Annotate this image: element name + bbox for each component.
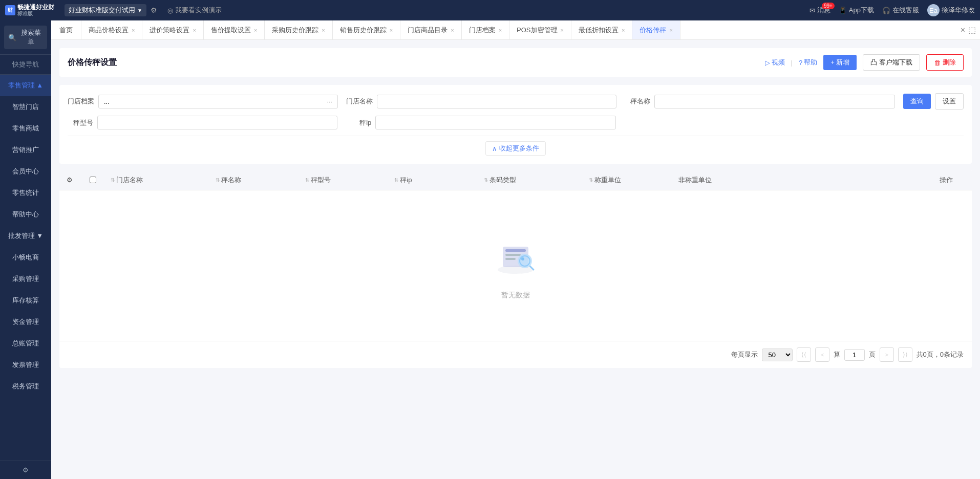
sidebar-item-member-center[interactable]: 会员中心: [0, 161, 51, 182]
search-icon: 🔍: [8, 34, 16, 41]
tab-sales-history[interactable]: 销售历史价跟踪 ×: [333, 20, 400, 40]
tab-product-pricing-close[interactable]: ×: [132, 27, 135, 33]
tab-pos-management-label: POS加密管理: [517, 26, 557, 35]
tab-price-scale[interactable]: 价格传秤 ×: [632, 20, 680, 40]
logo: 财 畅捷通好业财 标准版: [5, 4, 54, 17]
tab-close-btn[interactable]: ×: [961, 26, 965, 35]
scale-ip-input[interactable]: [375, 116, 615, 129]
gear-icon: ⚙: [23, 466, 29, 474]
tab-restore-btn[interactable]: ⬚: [968, 25, 976, 35]
tab-store-product-catalog-close[interactable]: ×: [451, 27, 454, 33]
tab-store-product-catalog[interactable]: 门店商品目录 ×: [400, 20, 461, 40]
tab-min-discount[interactable]: 最低折扣设置 ×: [571, 20, 632, 40]
setup-btn[interactable]: 设置: [935, 93, 964, 110]
message-btn[interactable]: ✉ 消息 99+: [809, 6, 830, 15]
scale-name-input[interactable]: [654, 95, 895, 108]
sort-icon-6[interactable]: ⇅: [589, 177, 593, 183]
tab-pos-management[interactable]: POS加密管理 ×: [509, 20, 571, 40]
sidebar-item-tax-management[interactable]: 税务管理: [0, 376, 51, 397]
page-content: 价格传秤设置 ▷ 视频 | ? 帮助 + 新增 凸 客户端下载: [51, 40, 980, 479]
query-btn[interactable]: 查询: [903, 94, 931, 109]
tab-sales-history-close[interactable]: ×: [390, 27, 393, 33]
store-archive-field: 门店档案 ... ···: [68, 95, 338, 108]
th-setting[interactable]: ⚙: [59, 176, 80, 184]
th-action: 操作: [921, 176, 972, 185]
sidebar-item-retail-management[interactable]: 零售管理 ▲: [0, 75, 51, 96]
next-page-btn[interactable]: ＞: [880, 347, 894, 362]
scale-name-field: 秤名称: [625, 95, 895, 108]
pagination-bar: 每页显示 50 10 20 100 ⟨⟨ ＜ 算 页 ＞ ⟩⟩ 共0页，0条记录: [59, 341, 972, 368]
tab-purchase-strategy-close[interactable]: ×: [193, 27, 196, 33]
tab-price-scale-close[interactable]: ×: [669, 27, 672, 33]
per-page-select[interactable]: 50 10 20 100: [762, 349, 793, 361]
table-area: ⚙ ⇅ 门店名称 ⇅ 秤名称 ⇅ 秤型号: [59, 170, 972, 368]
user-name: 徐泽华修改: [942, 6, 975, 15]
collapse-btn[interactable]: ∧ 收起更多条件: [485, 141, 546, 156]
top-bar-right: ✉ 消息 99+ 📱 App下载 🎧 在线客服 Ea 徐泽华修改: [809, 4, 975, 16]
search-form-row-2: 秤型号 秤ip: [68, 116, 964, 129]
sidebar-item-marketing[interactable]: 营销推广: [0, 139, 51, 161]
scale-model-field: 秤型号: [68, 116, 337, 129]
online-service-label: 在线客服: [892, 6, 919, 15]
first-page-btn[interactable]: ⟨⟨: [797, 347, 811, 362]
sort-icon-2[interactable]: ⇅: [216, 177, 220, 183]
tab-home[interactable]: 首页: [51, 20, 81, 40]
headset-icon: 🎧: [882, 7, 890, 14]
search-menu-btn[interactable]: 🔍 搜索菜单: [4, 26, 47, 49]
delete-btn[interactable]: 🗑 删除: [926, 54, 964, 71]
sidebar-item-inventory-settlement[interactable]: 库存核算: [0, 290, 51, 311]
sidebar-item-xiao-chang-ecom[interactable]: 小畅电商: [0, 247, 51, 268]
sidebar-item-purchase-management[interactable]: 采购管理: [0, 268, 51, 290]
tab-sale-extract[interactable]: 售价提取设置 ×: [204, 20, 265, 40]
sort-icon-5[interactable]: ⇅: [484, 177, 488, 183]
sidebar-item-label: 采购管理: [12, 274, 39, 284]
svg-point-8: [521, 257, 524, 260]
prev-page-btn[interactable]: ＜: [815, 347, 829, 362]
sidebar-item-smart-store[interactable]: 智慧门店: [0, 96, 51, 118]
app-download-btn[interactable]: 📱 App下载: [839, 6, 874, 15]
tab-purchase-history-close[interactable]: ×: [322, 27, 325, 33]
sidebar-settings-btn[interactable]: ⚙: [0, 461, 51, 479]
store-name-input[interactable]: [377, 95, 616, 108]
tab-purchase-strategy[interactable]: 进价策略设置 ×: [142, 20, 203, 40]
user-profile-btn[interactable]: Ea 徐泽华修改: [927, 4, 975, 16]
store-archive-value: ...: [104, 98, 110, 105]
tab-min-discount-close[interactable]: ×: [622, 27, 625, 33]
tab-product-pricing[interactable]: 商品价格设置 ×: [81, 20, 142, 40]
version-selector[interactable]: 好业财标准版交付试用 ▼: [65, 4, 146, 16]
store-archive-input[interactable]: ... ···: [98, 95, 338, 108]
sidebar-item-general-ledger[interactable]: 总账管理: [0, 333, 51, 354]
sort-icon-3[interactable]: ⇅: [305, 177, 309, 183]
video-link[interactable]: ▷ 视频: [765, 58, 785, 67]
tab-sale-extract-close[interactable]: ×: [254, 27, 257, 33]
demo-link[interactable]: ◎ 我要看实例演示: [167, 6, 222, 15]
online-service-btn[interactable]: 🎧 在线客服: [882, 6, 919, 15]
quick-nav-btn[interactable]: 快捷导航: [0, 55, 51, 75]
sort-icon-4[interactable]: ⇅: [394, 177, 398, 183]
help-link[interactable]: ? 帮助: [799, 58, 817, 67]
select-all-checkbox[interactable]: [90, 177, 96, 183]
sidebar-item-help-center[interactable]: 帮助中心: [0, 204, 51, 225]
tab-store-archive-close[interactable]: ×: [499, 27, 502, 33]
scale-model-input[interactable]: [97, 116, 337, 129]
download-btn[interactable]: 凸 客户端下载: [863, 54, 920, 71]
sidebar-item-invoice-management[interactable]: 发票管理: [0, 354, 51, 376]
tab-pos-management-close[interactable]: ×: [561, 27, 564, 33]
add-btn-label: + 新增: [830, 58, 849, 67]
page-input[interactable]: [844, 349, 865, 361]
empty-text: 暂无数据: [501, 291, 530, 300]
tab-store-archive[interactable]: 门店档案 ×: [462, 20, 509, 40]
tab-purchase-history[interactable]: 采购历史价跟踪 ×: [265, 20, 332, 40]
form-action-buttons: 查询 设置: [903, 93, 964, 110]
th-checkbox[interactable]: [80, 177, 105, 183]
add-btn[interactable]: + 新增: [823, 55, 857, 70]
app-download-label: App下载: [849, 6, 874, 15]
sidebar-item-fund-management[interactable]: 资金管理: [0, 311, 51, 333]
tab-sale-extract-label: 售价提取设置: [211, 26, 251, 35]
settings-icon[interactable]: ⚙: [151, 6, 157, 14]
sidebar-item-retail-mall[interactable]: 零售商城: [0, 118, 51, 139]
sidebar-item-wholesale-management[interactable]: 批发管理 ▼: [0, 225, 51, 247]
sidebar-item-retail-stats[interactable]: 零售统计: [0, 182, 51, 204]
last-page-btn[interactable]: ⟩⟩: [898, 347, 912, 362]
sort-icon[interactable]: ⇅: [111, 177, 115, 183]
